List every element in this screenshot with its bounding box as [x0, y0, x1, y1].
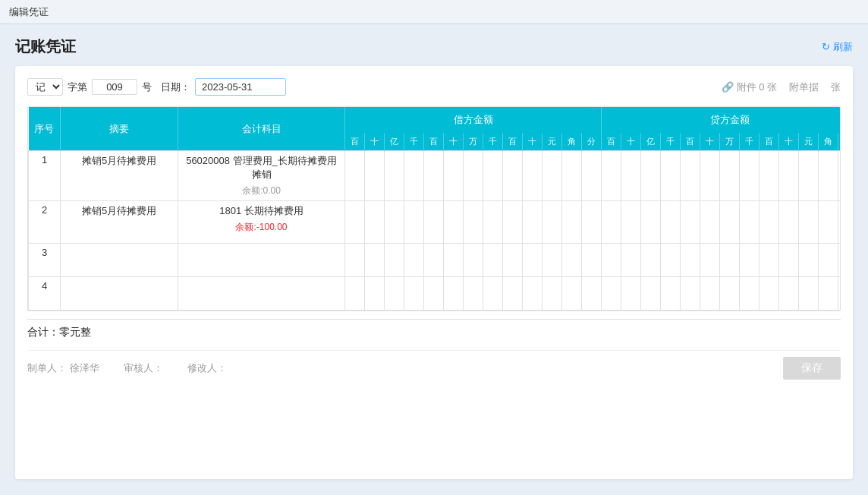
- voucher-type-select[interactable]: 记: [27, 78, 63, 96]
- c-4[interactable]: [661, 277, 681, 311]
- c-2[interactable]: [621, 151, 641, 201]
- d-11[interactable]: [542, 151, 562, 201]
- d-12[interactable]: [562, 244, 582, 277]
- c-5[interactable]: [681, 277, 700, 311]
- c-8[interactable]: [740, 151, 760, 201]
- c-5[interactable]: [681, 201, 700, 244]
- row-account[interactable]: 1801 长期待摊费用 余额:-100.00: [178, 201, 345, 244]
- c-13[interactable]: [838, 201, 841, 244]
- c-2[interactable]: [621, 277, 641, 311]
- c-2[interactable]: [621, 244, 641, 277]
- c-8[interactable]: [740, 201, 760, 244]
- d-3[interactable]: [385, 201, 404, 244]
- c-5[interactable]: [681, 244, 700, 277]
- d-13[interactable]: [582, 151, 602, 201]
- c-1[interactable]: [602, 201, 621, 244]
- c-10[interactable]: [779, 244, 799, 277]
- d-13[interactable]: [582, 201, 602, 244]
- d-10[interactable]: [523, 277, 542, 311]
- c-13[interactable]: [838, 244, 841, 277]
- c-7[interactable]: [720, 151, 740, 201]
- d-1[interactable]: [345, 201, 365, 244]
- c-12[interactable]: [819, 244, 838, 277]
- d-8[interactable]: [483, 201, 503, 244]
- c-9[interactable]: [760, 151, 779, 201]
- d-8[interactable]: [483, 151, 503, 201]
- c-6[interactable]: [700, 244, 720, 277]
- d-12[interactable]: [562, 151, 582, 201]
- c-13[interactable]: [838, 151, 841, 201]
- row-account[interactable]: 56020008 管理费用_长期待摊费用摊销 余额:0.00: [178, 151, 345, 201]
- d-3[interactable]: [385, 244, 404, 277]
- d-13[interactable]: [582, 277, 602, 311]
- d-9[interactable]: [503, 151, 523, 201]
- d-12[interactable]: [562, 277, 582, 311]
- c-11[interactable]: [799, 277, 819, 311]
- c-1[interactable]: [602, 244, 621, 277]
- d-6[interactable]: [444, 151, 464, 201]
- c-9[interactable]: [760, 201, 779, 244]
- d-1[interactable]: [345, 277, 365, 311]
- c-6[interactable]: [700, 151, 720, 201]
- d-6[interactable]: [444, 244, 464, 277]
- d-2[interactable]: [365, 201, 385, 244]
- d-3[interactable]: [385, 277, 404, 311]
- c-10[interactable]: [779, 277, 799, 311]
- d-2[interactable]: [365, 151, 385, 201]
- c-4[interactable]: [661, 244, 681, 277]
- c-2[interactable]: [621, 201, 641, 244]
- d-5[interactable]: [424, 151, 444, 201]
- c-11[interactable]: [799, 201, 819, 244]
- d-11[interactable]: [542, 244, 562, 277]
- row-summary[interactable]: 摊销5月待摊费用: [61, 151, 178, 201]
- c-8[interactable]: [740, 277, 760, 311]
- d-11[interactable]: [542, 201, 562, 244]
- d-4[interactable]: [404, 277, 424, 311]
- c-11[interactable]: [799, 244, 819, 277]
- c-12[interactable]: [819, 277, 838, 311]
- d-7[interactable]: [464, 201, 483, 244]
- d-5[interactable]: [424, 277, 444, 311]
- d-13[interactable]: [582, 244, 602, 277]
- row-summary[interactable]: 摊销5月待摊费用: [61, 201, 178, 244]
- c-10[interactable]: [779, 151, 799, 201]
- voucher-date-input[interactable]: [195, 78, 286, 96]
- c-6[interactable]: [700, 277, 720, 311]
- c-10[interactable]: [779, 201, 799, 244]
- refresh-button[interactable]: ↻ 刷新: [822, 40, 853, 54]
- c-3[interactable]: [641, 277, 661, 311]
- sheets-label[interactable]: 附单据: [789, 80, 819, 94]
- c-9[interactable]: [760, 277, 779, 311]
- d-1[interactable]: [345, 244, 365, 277]
- d-6[interactable]: [444, 201, 464, 244]
- d-2[interactable]: [365, 277, 385, 311]
- c-7[interactable]: [720, 201, 740, 244]
- row-summary[interactable]: [61, 277, 178, 311]
- voucher-number-input[interactable]: [92, 79, 137, 95]
- c-11[interactable]: [799, 151, 819, 201]
- c-8[interactable]: [740, 244, 760, 277]
- save-button[interactable]: 保存: [783, 357, 841, 380]
- d-5[interactable]: [424, 201, 444, 244]
- d-11[interactable]: [542, 277, 562, 311]
- d-7[interactable]: [464, 277, 483, 311]
- d-2[interactable]: [365, 244, 385, 277]
- c-7[interactable]: [720, 244, 740, 277]
- d-9[interactable]: [503, 277, 523, 311]
- row-account[interactable]: [178, 277, 345, 311]
- c-3[interactable]: [641, 151, 661, 201]
- d-10[interactable]: [523, 201, 542, 244]
- d-7[interactable]: [464, 244, 483, 277]
- c-7[interactable]: [720, 277, 740, 311]
- d-8[interactable]: [483, 244, 503, 277]
- c-1[interactable]: [602, 151, 621, 201]
- d-4[interactable]: [404, 201, 424, 244]
- d-9[interactable]: [503, 201, 523, 244]
- c-3[interactable]: [641, 244, 661, 277]
- c-13[interactable]: [838, 277, 841, 311]
- row-summary[interactable]: [61, 244, 178, 277]
- d-6[interactable]: [444, 277, 464, 311]
- d-12[interactable]: [562, 201, 582, 244]
- d-7[interactable]: [464, 151, 483, 201]
- c-12[interactable]: [819, 201, 838, 244]
